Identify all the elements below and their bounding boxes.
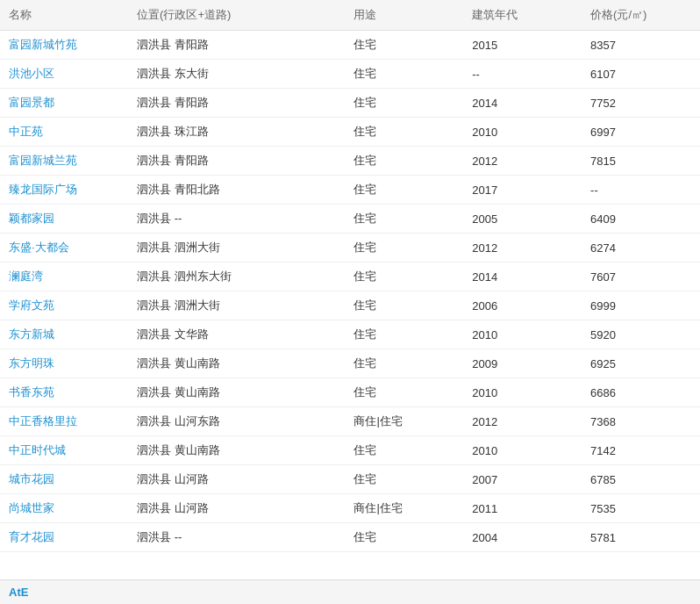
cell-name: 富园景都 bbox=[0, 89, 128, 118]
cell-name: 东方明珠 bbox=[0, 349, 128, 378]
cell-name: 富园新城竹苑 bbox=[0, 31, 128, 60]
cell-name: 中正苑 bbox=[0, 118, 128, 147]
cell-name: 东方新城 bbox=[0, 320, 128, 349]
col-header-price: 价格(元/㎡) bbox=[582, 0, 700, 31]
property-name-link[interactable]: 臻龙国际广场 bbox=[9, 183, 77, 196]
table-row: 育才花园泗洪县 --住宅20045781 bbox=[0, 523, 700, 552]
property-name-link[interactable]: 中正时代城 bbox=[9, 443, 66, 457]
property-name-link[interactable]: 富园新城竹苑 bbox=[9, 38, 77, 51]
cell-name: 洪池小区 bbox=[0, 60, 128, 89]
cell-year: 2010 bbox=[463, 118, 582, 147]
property-name-link[interactable]: 东盛·大都会 bbox=[9, 241, 69, 254]
cell-location: 泗洪县 青阳路 bbox=[128, 89, 345, 118]
property-name-link[interactable]: 城市花园 bbox=[9, 472, 54, 485]
table-row: 富园新城竹苑泗洪县 青阳路住宅20158357 bbox=[0, 31, 700, 60]
cell-year: 2009 bbox=[463, 349, 582, 378]
cell-usage: 住宅 bbox=[345, 320, 463, 349]
cell-usage: 住宅 bbox=[345, 89, 463, 118]
cell-price: 6686 bbox=[582, 378, 700, 407]
cell-name: 育才花园 bbox=[0, 523, 128, 552]
table-row: 富园景都泗洪县 青阳路住宅20147752 bbox=[0, 89, 700, 118]
table-row: 中正香格里拉泗洪县 山河东路商住|住宅20127368 bbox=[0, 407, 700, 436]
property-name-link[interactable]: 东方明珠 bbox=[9, 356, 54, 370]
property-name-link[interactable]: 中正香格里拉 bbox=[9, 414, 77, 428]
cell-price: -- bbox=[582, 176, 700, 205]
property-name-link[interactable]: 洪池小区 bbox=[9, 67, 54, 80]
cell-name: 书香东苑 bbox=[0, 378, 128, 407]
cell-price: 7142 bbox=[582, 436, 700, 465]
cell-usage: 住宅 bbox=[345, 436, 463, 465]
cell-year: 2010 bbox=[463, 320, 582, 349]
cell-price: 6107 bbox=[582, 60, 700, 89]
cell-location: 泗洪县 黄山南路 bbox=[128, 349, 345, 378]
cell-name: 澜庭湾 bbox=[0, 262, 128, 291]
col-header-year: 建筑年代 bbox=[463, 0, 582, 31]
table-header-row: 名称 位置(行政区+道路) 用途 建筑年代 价格(元/㎡) bbox=[0, 0, 700, 31]
cell-year: 2006 bbox=[463, 291, 582, 320]
property-name-link[interactable]: 富园景都 bbox=[9, 96, 54, 109]
cell-usage: 住宅 bbox=[345, 31, 463, 60]
property-name-link[interactable]: 学府文苑 bbox=[9, 298, 54, 312]
cell-location: 泗洪县 东大街 bbox=[128, 60, 345, 89]
cell-usage: 住宅 bbox=[345, 378, 463, 407]
table-row: 中正苑泗洪县 珠江路住宅20106997 bbox=[0, 118, 700, 147]
cell-year: 2014 bbox=[463, 262, 582, 291]
table-row: 东盛·大都会泗洪县 泗洲大街住宅20126274 bbox=[0, 234, 700, 262]
table-row: 颖都家园泗洪县 --住宅20056409 bbox=[0, 205, 700, 234]
cell-location: 泗洪县 山河路 bbox=[128, 494, 345, 523]
col-header-usage: 用途 bbox=[345, 0, 463, 31]
cell-location: 泗洪县 山河东路 bbox=[128, 407, 345, 436]
property-name-link[interactable]: 东方新城 bbox=[9, 327, 54, 341]
cell-price: 5781 bbox=[582, 523, 700, 552]
cell-price: 7815 bbox=[582, 147, 700, 176]
cell-price: 6409 bbox=[582, 205, 700, 234]
cell-year: -- bbox=[463, 60, 582, 89]
cell-name: 中正香格里拉 bbox=[0, 407, 128, 436]
cell-usage: 商住|住宅 bbox=[345, 494, 463, 523]
cell-name: 富园新城兰苑 bbox=[0, 147, 128, 176]
cell-year: 2015 bbox=[463, 31, 582, 60]
cell-location: 泗洪县 泗洲大街 bbox=[128, 234, 345, 262]
main-table-container: 名称 位置(行政区+道路) 用途 建筑年代 价格(元/㎡) 富园新城竹苑泗洪县 … bbox=[0, 0, 700, 552]
cell-year: 2017 bbox=[463, 176, 582, 205]
cell-usage: 住宅 bbox=[345, 262, 463, 291]
table-row: 城市花园泗洪县 山河路住宅20076785 bbox=[0, 465, 700, 494]
property-table: 名称 位置(行政区+道路) 用途 建筑年代 价格(元/㎡) 富园新城竹苑泗洪县 … bbox=[0, 0, 700, 552]
cell-location: 泗洪县 珠江路 bbox=[128, 118, 345, 147]
property-name-link[interactable]: 富园新城兰苑 bbox=[9, 154, 77, 167]
cell-location: 泗洪县 泗州东大街 bbox=[128, 262, 345, 291]
cell-price: 5920 bbox=[582, 320, 700, 349]
cell-usage: 住宅 bbox=[345, 465, 463, 494]
cell-name: 臻龙国际广场 bbox=[0, 176, 128, 205]
cell-price: 6925 bbox=[582, 349, 700, 378]
table-row: 尚城世家泗洪县 山河路商住|住宅20117535 bbox=[0, 494, 700, 523]
cell-name: 尚城世家 bbox=[0, 494, 128, 523]
cell-location: 泗洪县 青阳北路 bbox=[128, 176, 345, 205]
property-name-link[interactable]: 育才花园 bbox=[9, 530, 54, 543]
cell-location: 泗洪县 黄山南路 bbox=[128, 436, 345, 465]
cell-location: 泗洪县 泗洲大街 bbox=[128, 291, 345, 320]
property-name-link[interactable]: 尚城世家 bbox=[9, 501, 54, 514]
table-body: 富园新城竹苑泗洪县 青阳路住宅20158357洪池小区泗洪县 东大街住宅--61… bbox=[0, 31, 700, 552]
cell-name: 中正时代城 bbox=[0, 436, 128, 465]
table-row: 中正时代城泗洪县 黄山南路住宅20107142 bbox=[0, 436, 700, 465]
property-name-link[interactable]: 书香东苑 bbox=[9, 385, 54, 399]
table-row: 学府文苑泗洪县 泗洲大街住宅20066999 bbox=[0, 291, 700, 320]
cell-usage: 住宅 bbox=[345, 60, 463, 89]
cell-location: 泗洪县 -- bbox=[128, 205, 345, 234]
cell-location: 泗洪县 -- bbox=[128, 523, 345, 552]
property-name-link[interactable]: 颖都家园 bbox=[9, 212, 54, 225]
cell-price: 8357 bbox=[582, 31, 700, 60]
property-name-link[interactable]: 中正苑 bbox=[9, 125, 43, 138]
cell-price: 7368 bbox=[582, 407, 700, 436]
cell-year: 2012 bbox=[463, 234, 582, 262]
cell-price: 7535 bbox=[582, 494, 700, 523]
table-row: 澜庭湾泗洪县 泗州东大街住宅20147607 bbox=[0, 262, 700, 291]
cell-location: 泗洪县 青阳路 bbox=[128, 147, 345, 176]
cell-usage: 住宅 bbox=[345, 147, 463, 176]
cell-year: 2007 bbox=[463, 465, 582, 494]
property-name-link[interactable]: 澜庭湾 bbox=[9, 270, 43, 283]
cell-price: 6785 bbox=[582, 465, 700, 494]
cell-name: 城市花园 bbox=[0, 465, 128, 494]
table-row: 富园新城兰苑泗洪县 青阳路住宅20127815 bbox=[0, 147, 700, 176]
